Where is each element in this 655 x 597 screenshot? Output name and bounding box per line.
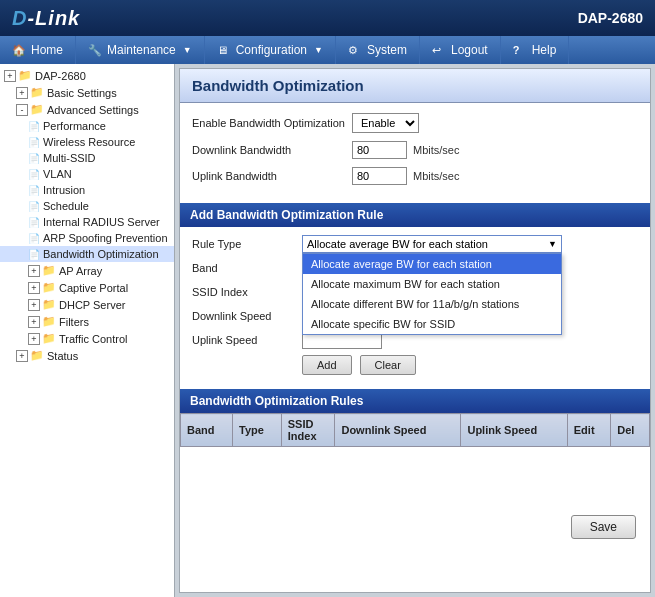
header: D-Link DAP-2680	[0, 0, 655, 36]
sidebar-item-schedule[interactable]: 📄 Schedule	[0, 198, 174, 214]
main-layout: + 📁 DAP-2680 + 📁 Basic Settings - 📁 Adva…	[0, 64, 655, 597]
maintenance-icon	[88, 43, 102, 57]
sidebar: + 📁 DAP-2680 + 📁 Basic Settings - 📁 Adva…	[0, 64, 175, 597]
folder-icon-status: 📁	[30, 349, 44, 362]
sidebar-item-traffic-control[interactable]: + 📁 Traffic Control	[0, 330, 174, 347]
folder-icon-basic: 📁	[30, 86, 44, 99]
nav-logout-label: Logout	[451, 43, 488, 57]
sidebar-label-radius: Internal RADIUS Server	[43, 216, 160, 228]
add-rule-section-header: Add Bandwidth Optimization Rule	[180, 203, 650, 227]
system-icon	[348, 43, 362, 57]
downlink-input[interactable]	[352, 141, 407, 159]
sidebar-label-intrusion: Intrusion	[43, 184, 85, 196]
downlink-label: Downlink Bandwidth	[192, 144, 352, 156]
nav-configuration[interactable]: Configuration ▼	[205, 36, 336, 64]
sidebar-tree: + 📁 DAP-2680 + 📁 Basic Settings - 📁 Adva…	[0, 64, 174, 367]
uplink-control: Mbits/sec	[352, 167, 459, 185]
nav-help-label: Help	[532, 43, 557, 57]
nav-logout[interactable]: Logout	[420, 36, 501, 64]
dropdown-item-diff[interactable]: Allocate different BW for 11a/b/g/n stat…	[303, 294, 561, 314]
rule-type-arrow: ▼	[548, 239, 557, 249]
expand-icon-dhcp[interactable]: +	[28, 299, 40, 311]
sidebar-item-arp-spoofing[interactable]: 📄 ARP Spoofing Prevention	[0, 230, 174, 246]
nav-maintenance[interactable]: Maintenance ▼	[76, 36, 205, 64]
sidebar-label-wireless: Wireless Resource	[43, 136, 135, 148]
rules-table: Band Type SSIDIndex Downlink Speed Uplin…	[180, 413, 650, 447]
sidebar-item-dhcp-server[interactable]: + 📁 DHCP Server	[0, 296, 174, 313]
content-inner: Bandwidth Optimization Enable Bandwidth …	[180, 69, 650, 549]
sidebar-item-captive-portal[interactable]: + 📁 Captive Portal	[0, 279, 174, 296]
sidebar-label-dap2680: DAP-2680	[35, 70, 86, 82]
sidebar-label-status: Status	[47, 350, 78, 362]
enable-control: Enable Disable	[352, 113, 419, 133]
sidebar-item-internal-radius[interactable]: 📄 Internal RADIUS Server	[0, 214, 174, 230]
expand-icon-captive[interactable]: +	[28, 282, 40, 294]
nav-help[interactable]: Help	[501, 36, 570, 64]
sidebar-item-filters[interactable]: + 📁 Filters	[0, 313, 174, 330]
enable-select[interactable]: Enable Disable	[352, 113, 419, 133]
sidebar-item-multi-ssid[interactable]: 📄 Multi-SSID	[0, 150, 174, 166]
uplink-input[interactable]	[352, 167, 407, 185]
sidebar-item-ap-array[interactable]: + 📁 AP Array	[0, 262, 174, 279]
rules-table-head: Band Type SSIDIndex Downlink Speed Uplin…	[181, 414, 650, 447]
home-icon	[12, 43, 26, 57]
expand-icon-traffic[interactable]: +	[28, 333, 40, 345]
sidebar-item-intrusion[interactable]: 📄 Intrusion	[0, 182, 174, 198]
sidebar-item-status[interactable]: + 📁 Status	[0, 347, 174, 364]
nav-home-label: Home	[31, 43, 63, 57]
config-arrow: ▼	[314, 45, 323, 55]
save-button[interactable]: Save	[571, 515, 636, 539]
sidebar-label-captive: Captive Portal	[59, 282, 128, 294]
form-area: Enable Bandwidth Optimization Enable Dis…	[180, 103, 650, 203]
folder-icon-dhcp: 📁	[42, 298, 56, 311]
downlink-speed-label: Downlink Speed	[192, 310, 302, 322]
uplink-speed-label: Uplink Speed	[192, 334, 302, 346]
clear-button[interactable]: Clear	[360, 355, 416, 375]
sidebar-label-bw: Bandwidth Optimization	[43, 248, 159, 260]
add-button[interactable]: Add	[302, 355, 352, 375]
sidebar-item-advanced-settings[interactable]: - 📁 Advanced Settings	[0, 101, 174, 118]
nav-system-label: System	[367, 43, 407, 57]
nav-home[interactable]: Home	[0, 36, 76, 64]
expand-icon-dap2680[interactable]: +	[4, 70, 16, 82]
sidebar-item-dap2680[interactable]: + 📁 DAP-2680	[0, 67, 174, 84]
sidebar-item-wireless-resource[interactable]: 📄 Wireless Resource	[0, 134, 174, 150]
rule-type-display[interactable]: Allocate average BW for each station ▼	[302, 235, 562, 253]
expand-icon-advanced[interactable]: -	[16, 104, 28, 116]
sidebar-item-bandwidth-opt[interactable]: 📄 Bandwidth Optimization	[0, 246, 174, 262]
uplink-row: Uplink Bandwidth Mbits/sec	[192, 167, 638, 185]
expand-icon-filters[interactable]: +	[28, 316, 40, 328]
enable-label: Enable Bandwidth Optimization	[192, 117, 352, 129]
sidebar-item-basic-settings[interactable]: + 📁 Basic Settings	[0, 84, 174, 101]
page-icon-bw: 📄	[28, 249, 40, 260]
col-type: Type	[233, 414, 282, 447]
sidebar-item-vlan[interactable]: 📄 VLAN	[0, 166, 174, 182]
rule-type-dropdown: Allocate average BW for each station All…	[302, 253, 562, 335]
expand-icon-status[interactable]: +	[16, 350, 28, 362]
page-icon-arp: 📄	[28, 233, 40, 244]
page-icon-vlan: 📄	[28, 169, 40, 180]
page-icon-schedule: 📄	[28, 201, 40, 212]
dropdown-item-specific[interactable]: Allocate specific BW for SSID	[303, 314, 561, 334]
expand-icon-ap-array[interactable]: +	[28, 265, 40, 277]
sidebar-item-performance[interactable]: 📄 Performance	[0, 118, 174, 134]
sidebar-label-dhcp: DHCP Server	[59, 299, 125, 311]
folder-icon-filters: 📁	[42, 315, 56, 328]
col-ssid-index: SSIDIndex	[281, 414, 335, 447]
sidebar-label-ap-array: AP Array	[59, 265, 102, 277]
expand-icon-basic[interactable]: +	[16, 87, 28, 99]
dropdown-item-avg[interactable]: Allocate average BW for each station	[303, 254, 561, 274]
add-rule-area: Rule Type Allocate average BW for each s…	[180, 227, 650, 389]
dropdown-item-max[interactable]: Allocate maximum BW for each station	[303, 274, 561, 294]
col-del: Del	[611, 414, 650, 447]
nav-system[interactable]: System	[336, 36, 420, 64]
page-icon-performance: 📄	[28, 121, 40, 132]
col-band: Band	[181, 414, 233, 447]
rules-table-header-row: Band Type SSIDIndex Downlink Speed Uplin…	[181, 414, 650, 447]
sidebar-label-multi: Multi-SSID	[43, 152, 96, 164]
sidebar-label-vlan: VLAN	[43, 168, 72, 180]
navbar: Home Maintenance ▼ Configuration ▼ Syste…	[0, 36, 655, 64]
model-label: DAP-2680	[578, 10, 643, 26]
folder-icon-ap-array: 📁	[42, 264, 56, 277]
page-icon-multi: 📄	[28, 153, 40, 164]
